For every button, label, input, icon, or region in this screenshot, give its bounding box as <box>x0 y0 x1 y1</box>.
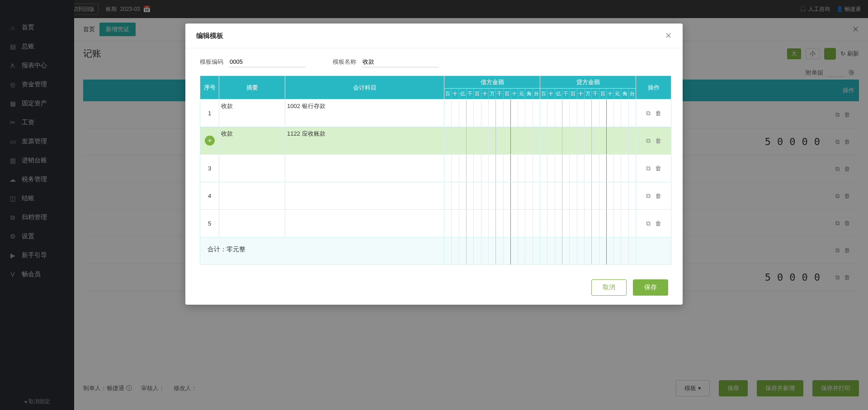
account-cell[interactable]: 1122 应收账款 <box>285 127 444 155</box>
credit-units: 百十亿千百十万千百十元角分 <box>540 89 636 99</box>
copy-row-icon[interactable]: ⧉ <box>646 137 651 145</box>
debit-cell[interactable] <box>444 127 540 155</box>
th-account: 会计科目 <box>285 76 444 99</box>
voucher-row[interactable]: 1收款1002 银行存款⧉🗑 <box>200 99 671 127</box>
row-index: ＋ <box>200 127 219 155</box>
voucher-row[interactable]: 5⧉🗑 <box>200 210 671 237</box>
delete-row-icon[interactable]: 🗑 <box>655 165 661 172</box>
debit-cell[interactable] <box>444 155 540 182</box>
copy-row-icon[interactable]: ⧉ <box>646 192 651 200</box>
account-cell[interactable]: 1002 银行存款 <box>285 99 444 127</box>
modal-close-icon[interactable]: ✕ <box>665 31 672 41</box>
debit-cell[interactable] <box>444 210 540 237</box>
account-cell[interactable] <box>285 155 444 182</box>
debit-cell[interactable] <box>444 182 540 210</box>
delete-row-icon[interactable]: 🗑 <box>655 109 661 117</box>
row-index: 4 <box>200 182 219 210</box>
template-name-label: 模板名称 <box>333 58 356 66</box>
modal-title: 编辑模板 <box>196 32 223 40</box>
copy-row-icon[interactable]: ⧉ <box>646 165 651 172</box>
cancel-button[interactable]: 取消 <box>591 279 627 296</box>
row-index: 1 <box>200 99 219 127</box>
delete-row-icon[interactable]: 🗑 <box>655 220 661 227</box>
summary-cell[interactable] <box>219 182 285 210</box>
voucher-table: 序号 摘要 会计科目 借方金额 贷方金额 操作 百十亿千百十万千百十元角分 百十… <box>200 75 671 265</box>
row-index: 5 <box>200 210 219 237</box>
voucher-row[interactable]: 3⧉🗑 <box>200 155 671 182</box>
credit-cell[interactable] <box>540 210 636 237</box>
credit-cell[interactable] <box>540 182 636 210</box>
th-credit: 贷方金额 <box>540 76 636 89</box>
voucher-row[interactable]: 4⧉🗑 <box>200 182 671 210</box>
credit-cell[interactable] <box>540 127 636 155</box>
save-template-button[interactable]: 保存 <box>633 279 668 296</box>
th-debit: 借方金额 <box>444 76 540 89</box>
th-summary: 摘要 <box>219 76 285 99</box>
debit-cell[interactable] <box>444 99 540 127</box>
voucher-row[interactable]: ＋收款1122 应收账款⧉🗑 <box>200 127 671 155</box>
summary-cell[interactable] <box>219 155 285 182</box>
add-row-icon[interactable]: ＋ <box>205 136 215 146</box>
row-index: 3 <box>200 155 219 182</box>
account-cell[interactable] <box>285 210 444 237</box>
delete-row-icon[interactable]: 🗑 <box>655 137 661 145</box>
delete-row-icon[interactable]: 🗑 <box>655 192 661 200</box>
summary-cell[interactable]: 收款 <box>219 127 285 155</box>
copy-row-icon[interactable]: ⧉ <box>646 109 651 117</box>
th-index: 序号 <box>200 76 219 99</box>
template-code-input[interactable] <box>229 57 306 67</box>
credit-cell[interactable] <box>540 155 636 182</box>
edit-template-modal: 编辑模板 ✕ 模板编码 模板名称 序号 摘要 会计科目 借方金额 <box>185 24 683 305</box>
summary-cell[interactable]: 收款 <box>219 99 285 127</box>
total-cell: 合计：零元整 <box>200 237 444 265</box>
template-code-label: 模板编码 <box>200 58 223 66</box>
copy-row-icon[interactable]: ⧉ <box>646 220 651 227</box>
summary-cell[interactable] <box>219 210 285 237</box>
template-name-input[interactable] <box>362 57 439 67</box>
account-cell[interactable] <box>285 182 444 210</box>
credit-cell[interactable] <box>540 99 636 127</box>
th-op: 操作 <box>636 76 671 99</box>
debit-units: 百十亿千百十万千百十元角分 <box>444 89 540 99</box>
